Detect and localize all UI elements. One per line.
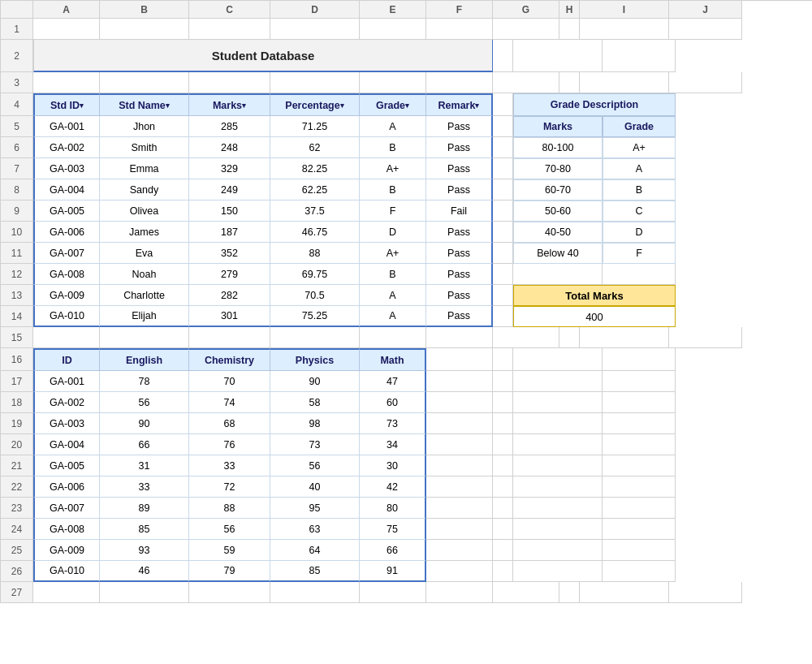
row-23: 23 — [1, 498, 33, 519]
grade-header-grade: Grade — [603, 116, 676, 137]
cell-h16 — [493, 348, 513, 371]
cell-j12 — [603, 264, 676, 285]
col-d: D — [270, 1, 360, 19]
subj-r0-eng: 78 — [100, 371, 189, 392]
col-a: A — [33, 1, 100, 19]
cell-e14: 75.25 — [270, 306, 360, 327]
row-22: 22 — [1, 476, 33, 498]
cell-e13: 70.5 — [270, 285, 360, 306]
cell-b8: GA-004 — [33, 179, 100, 200]
cell-h11 — [493, 243, 513, 264]
cell-g3 — [493, 72, 559, 93]
row-27: 27 — [1, 582, 33, 603]
header-percentage: Percentage ▾ — [270, 93, 360, 116]
cell-d15 — [270, 327, 360, 348]
cell-b9: GA-005 — [33, 200, 100, 222]
row-10: 10 — [1, 222, 33, 243]
cell-d11: 352 — [189, 243, 270, 264]
cell-d7: 329 — [189, 158, 270, 179]
cell-b1 — [100, 19, 189, 40]
cell-g9: Fail — [426, 200, 493, 222]
row-3: 3 — [1, 72, 33, 93]
cell-g10: Pass — [426, 222, 493, 243]
col-c: C — [189, 1, 270, 19]
row-12: 12 — [1, 264, 33, 285]
cell-e10: 46.75 — [270, 222, 360, 243]
cell-f3 — [426, 72, 493, 93]
cell-h10 — [493, 222, 513, 243]
cell-g11: Pass — [426, 243, 493, 264]
cell-g16 — [426, 348, 493, 371]
row-26: 26 — [1, 561, 33, 582]
cell-g5: Pass — [426, 116, 493, 137]
cell-e3 — [360, 72, 426, 93]
cell-c15 — [189, 327, 270, 348]
header-std-id: Std ID ▾ — [33, 93, 100, 116]
cell-e1 — [360, 19, 426, 40]
cell-a3 — [33, 72, 100, 93]
cell-d5: 285 — [189, 116, 270, 137]
cell-h3 — [559, 72, 580, 93]
cell-a1 — [33, 19, 100, 40]
cell-g15 — [493, 327, 559, 348]
col-h: H — [559, 1, 580, 19]
cell-g1 — [493, 19, 559, 40]
cell-d1 — [270, 19, 360, 40]
cell-b13: GA-009 — [33, 285, 100, 306]
row-11: 11 — [1, 243, 33, 264]
cell-d8: 249 — [189, 179, 270, 200]
cell-h6 — [493, 137, 513, 158]
col-j: J — [669, 1, 742, 19]
row-25: 25 — [1, 540, 33, 561]
subj-r0-phy: 90 — [270, 371, 360, 392]
cell-h8 — [493, 179, 513, 200]
cell-e6: 62 — [270, 137, 360, 158]
cell-j16 — [603, 348, 676, 371]
grade-desc-title: Grade Description — [513, 93, 676, 116]
cell-h13 — [493, 285, 513, 306]
cell-h4 — [493, 93, 513, 116]
subj-header-physics: Physics — [270, 348, 360, 371]
row-18: 18 — [1, 392, 33, 413]
cell-c12: Noah — [100, 264, 189, 285]
col-g: G — [493, 1, 559, 19]
cell-e9: 37.5 — [270, 200, 360, 222]
grade-data-i9: 50-60 — [513, 200, 603, 222]
cell-f9: F — [360, 200, 426, 222]
cell-h12 — [493, 264, 513, 285]
cell-e7: 82.25 — [270, 158, 360, 179]
cell-i3 — [580, 72, 669, 93]
row-8: 8 — [1, 179, 33, 200]
cell-b15 — [100, 327, 189, 348]
grade-data-i10: 40-50 — [513, 222, 603, 243]
cell-i2 — [513, 40, 603, 72]
cell-j3 — [669, 72, 742, 93]
cell-f14: A — [360, 306, 426, 327]
cell-j1 — [669, 19, 742, 40]
total-marks-label: Total Marks — [513, 285, 676, 306]
cell-j15 — [669, 327, 742, 348]
cell-d13: 282 — [189, 285, 270, 306]
row-19: 19 — [1, 413, 33, 434]
subj-header-chemistry: Chemistry — [189, 348, 270, 371]
cell-b7: GA-003 — [33, 158, 100, 179]
cell-f1 — [426, 19, 493, 40]
row-1: 1 — [1, 19, 33, 40]
subj-r0-id: GA-001 — [33, 371, 100, 392]
cell-f11: A+ — [360, 243, 426, 264]
row-9: 9 — [1, 200, 33, 222]
cell-c10: James — [100, 222, 189, 243]
cell-h7 — [493, 158, 513, 179]
col-e: E — [360, 1, 426, 19]
col-f: F — [426, 1, 493, 19]
cell-i1 — [580, 19, 669, 40]
corner-cell — [1, 1, 33, 19]
cell-a15 — [33, 327, 100, 348]
grade-data-j11: F — [603, 243, 676, 264]
row-4: 4 — [1, 93, 33, 116]
grade-data-j9: C — [603, 200, 676, 222]
cell-e8: 62.25 — [270, 179, 360, 200]
cell-c9: Olivea — [100, 200, 189, 222]
grade-data-j10: D — [603, 222, 676, 243]
cell-g7: Pass — [426, 158, 493, 179]
